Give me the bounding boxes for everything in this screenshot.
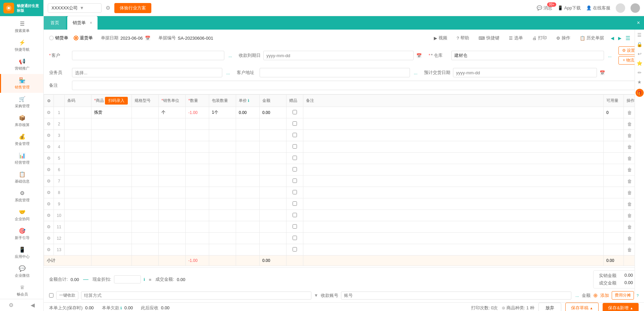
row-barcode[interactable] — [65, 187, 91, 198]
row-remark[interactable] — [303, 221, 604, 233]
row-amount[interactable] — [260, 164, 287, 176]
row-barcode[interactable] — [65, 221, 91, 233]
settlement-dropdown-icon[interactable]: ▼ — [314, 293, 318, 298]
row-remark[interactable] — [303, 198, 604, 210]
sidebar-item-quicknav[interactable]: ⚡ 快捷导航 — [0, 36, 43, 55]
row-product[interactable] — [91, 164, 132, 176]
side-panel-icon-6[interactable]: ★ — [637, 79, 642, 85]
row-gift-checkbox[interactable] — [293, 247, 297, 251]
row-amount[interactable] — [260, 176, 287, 187]
row-settings-icon[interactable]: ⚙ — [47, 144, 51, 149]
row-spec[interactable] — [132, 130, 159, 141]
row-delete-button[interactable]: 🗑 — [627, 109, 633, 116]
row-settings-icon[interactable]: ⚙ — [47, 121, 51, 126]
row-remark[interactable] — [303, 244, 604, 256]
shortcut-btn[interactable]: ⌨ 快捷键 — [476, 34, 502, 42]
row-delete-button[interactable]: 🗑 — [627, 166, 633, 173]
sidebar-item-guide[interactable]: 🎯 新手引导 — [0, 225, 43, 243]
row-settings-icon[interactable]: ⚙ — [47, 236, 51, 241]
ops-btn[interactable]: ⚙ 操作 — [554, 34, 573, 42]
row-spec[interactable] — [132, 233, 159, 244]
row-settings-icon[interactable]: ⚙ — [47, 213, 51, 218]
customer-addr-input[interactable] — [260, 68, 410, 77]
row-gift-checkbox[interactable] — [293, 133, 297, 137]
help-btn[interactable]: ? 帮助 — [454, 34, 472, 42]
row-delete-button[interactable]: 🗑 — [627, 246, 633, 253]
row-settings-icon[interactable]: ⚙ — [47, 201, 51, 206]
discount-info-icon[interactable]: ℹ — [144, 277, 145, 282]
row-remark[interactable] — [303, 210, 604, 221]
row-spec[interactable] — [132, 118, 159, 130]
row-remark[interactable] — [303, 141, 604, 153]
row-delete-button[interactable]: 🗑 — [627, 143, 633, 150]
expense-button[interactable]: 费用分摊 — [612, 291, 634, 300]
row-settings-icon[interactable]: ⚙ — [47, 224, 51, 229]
row-settings-icon[interactable]: ⚙ — [47, 247, 51, 252]
sidebar-item-search[interactable]: ☰ 搜索菜单 — [0, 17, 43, 36]
row-remark[interactable] — [303, 233, 604, 244]
save-new-button[interactable]: 保存&新增 ▲ — [603, 303, 639, 311]
row-barcode[interactable] — [65, 153, 91, 164]
row-barcode[interactable] — [65, 130, 91, 141]
row-price[interactable] — [236, 221, 260, 233]
row-spec[interactable] — [132, 221, 159, 233]
row-barcode[interactable] — [65, 107, 91, 118]
save-new-arrow-icon[interactable]: ▲ — [630, 306, 633, 310]
one-click-pay-checkbox[interactable] — [49, 293, 53, 298]
row-gift-checkbox[interactable] — [293, 121, 297, 126]
row-pack[interactable] — [209, 210, 236, 221]
row-gift-checkbox[interactable] — [293, 144, 297, 149]
row-unit[interactable] — [159, 233, 186, 244]
row-pack[interactable] — [209, 187, 236, 198]
row-unit[interactable] — [159, 164, 186, 176]
radio-sales-order[interactable]: 销货单 — [49, 35, 68, 41]
tab-sales-order[interactable]: 销货单 × — [67, 16, 98, 30]
row-amount[interactable]: 0.00 — [260, 107, 287, 118]
row-price[interactable] — [236, 233, 260, 244]
side-panel-icon-2[interactable]: 🔒 — [637, 42, 642, 47]
row-delete-button[interactable]: 🗑 — [627, 132, 633, 139]
row-gift-checkbox[interactable] — [293, 201, 297, 206]
due-date-calendar-icon[interactable]: 📅 — [416, 53, 422, 58]
row-qty[interactable] — [186, 164, 209, 176]
row-unit[interactable] — [159, 221, 186, 233]
close-all-tabs-icon[interactable]: × — [633, 20, 644, 26]
side-panel-icon-7[interactable]: 🎁 — [636, 89, 644, 97]
app-download-button[interactable]: 📱 App下载 — [558, 5, 581, 11]
company-selector[interactable]: XXXXXX公司 ▼ — [48, 3, 102, 13]
row-barcode[interactable] — [65, 141, 91, 153]
row-price[interactable] — [236, 244, 260, 256]
expected-date-input[interactable] — [453, 68, 597, 77]
settings-bottom-icon[interactable]: ⚙ — [9, 302, 13, 308]
row-product[interactable] — [91, 130, 132, 141]
side-panel-icon-1[interactable]: ☰ — [637, 32, 642, 38]
row-settings-icon[interactable]: ⚙ — [47, 190, 51, 195]
salesman-input[interactable] — [72, 68, 222, 77]
side-panel-icon-3[interactable]: ↩ — [638, 51, 642, 56]
row-product[interactable] — [91, 118, 132, 130]
row-delete-button[interactable]: 🗑 — [627, 178, 633, 185]
sidebar-item-marketing[interactable]: 📢 营销推广 — [0, 55, 43, 74]
row-pack[interactable] — [209, 176, 236, 187]
row-delete-button[interactable]: 🗑 — [627, 120, 633, 127]
row-amount[interactable] — [260, 118, 287, 130]
notes-input[interactable] — [72, 81, 639, 90]
row-amount[interactable] — [260, 141, 287, 153]
row-qty[interactable] — [186, 221, 209, 233]
row-pack[interactable] — [209, 141, 236, 153]
print-btn[interactable]: 🖨 打印 — [530, 34, 550, 42]
row-gift-checkbox[interactable] — [293, 236, 297, 240]
col-settings[interactable]: ⚙ — [44, 95, 54, 107]
row-unit[interactable] — [159, 153, 186, 164]
row-spec[interactable] — [132, 244, 159, 256]
row-remark[interactable] — [303, 130, 604, 141]
row-barcode[interactable] — [65, 198, 91, 210]
row-remark[interactable] — [303, 164, 604, 176]
row-spec[interactable] — [132, 107, 159, 118]
row-amount[interactable] — [260, 153, 287, 164]
row-pack[interactable] — [209, 244, 236, 256]
row-price[interactable] — [236, 118, 260, 130]
row-product[interactable] — [91, 244, 132, 256]
sidebar-item-finance[interactable]: 💰 资金管理 — [0, 130, 43, 149]
row-remark[interactable] — [303, 176, 604, 187]
